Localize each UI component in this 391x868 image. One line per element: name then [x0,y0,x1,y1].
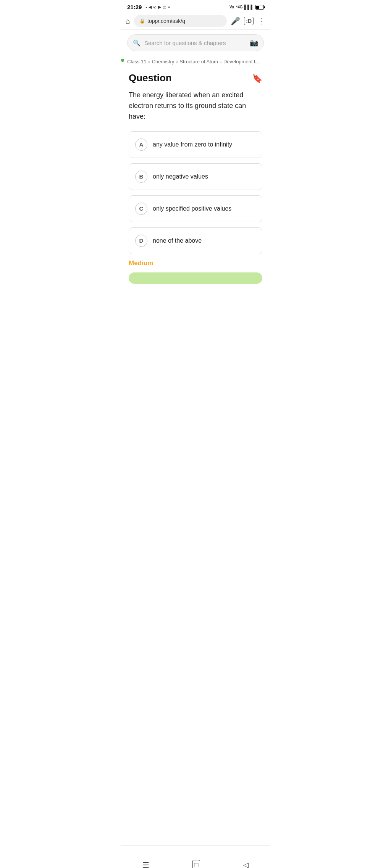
search-input[interactable]: Search for questions & chapters [144,40,246,46]
android-home[interactable]: □ [192,860,200,868]
breadcrumb-sep-3: » [220,60,222,64]
question-text: The energy liberated when an excited ele… [129,90,262,122]
microphone-icon[interactable]: 🎤 [231,16,240,26]
breadcrumb-sep-1: » [148,60,150,64]
breadcrumb-sep-2: » [176,60,178,64]
status-signal: ▌▌▌ [244,5,254,10]
status-sim-icon: ▪ [145,5,147,10]
display-mode-button[interactable]: :D [244,17,254,25]
breadcrumb-structure[interactable]: Structure of Atom [179,59,218,64]
option-c-label: C [135,203,147,215]
android-menu[interactable]: ☰ [142,860,149,868]
option-c-text: only specified positive values [153,205,231,212]
breadcrumb-development[interactable]: Development L... [223,59,261,64]
option-c[interactable]: C only specified positive values [129,195,262,222]
breadcrumb-chemistry[interactable]: Chemistry [152,59,174,64]
status-bar: 21:29 ▪ ◀ ⊘ ▶ ◎ ● Vo ⁺4G ▌▌▌ [121,0,270,13]
breadcrumb-class11[interactable]: Class 11 [127,59,147,64]
url-text: toppr.com/ask/q [147,18,185,24]
android-nav: ☰ □ ◁ [121,846,270,868]
option-a-text: any value from zero to infinity [153,141,232,148]
option-a[interactable]: A any value from zero to infinity [129,131,262,158]
status-media-icon: ⊘ [153,5,157,10]
camera-icon[interactable]: 📷 [250,39,258,47]
breadcrumb: Class 11 » Chemistry » Structure of Atom… [127,59,264,64]
status-time: 21:29 [127,4,142,10]
green-dot [121,59,124,62]
search-bar-container: 🔍 Search for questions & chapters 📷 [121,30,270,56]
status-4g: ⁺4G [236,5,242,9]
browser-menu-button[interactable]: ⋮ [257,16,265,26]
status-nav-icon: ◀ [149,5,152,10]
answer-button[interactable] [129,272,262,284]
question-header: Question 🔖 [129,72,262,84]
status-yt-icon: ▶ [158,5,161,10]
battery-icon [255,5,264,10]
option-b[interactable]: B only negative values [129,163,262,190]
breadcrumb-wrap: Class 11 » Chemistry » Structure of Atom… [121,56,270,68]
option-b-label: B [135,171,147,183]
lock-icon: 🔒 [139,18,145,24]
search-bar[interactable]: 🔍 Search for questions & chapters 📷 [127,34,264,51]
bookmark-icon[interactable]: 🔖 [252,74,262,84]
option-d-label: D [135,235,147,247]
url-bar[interactable]: 🔒 toppr.com/ask/q [134,15,227,27]
option-b-text: only negative values [153,173,208,180]
status-dot: ● [168,5,170,9]
android-back[interactable]: ◁ [243,861,249,868]
status-circle-icon: ◎ [163,5,166,10]
difficulty-badge: Medium [129,259,262,267]
home-button[interactable]: ⌂ [126,17,130,26]
option-d-text: none of the above [153,237,202,244]
option-a-label: A [135,138,147,151]
question-title: Question [129,72,172,84]
search-icon: 🔍 [133,39,141,47]
browser-bar: ⌂ 🔒 toppr.com/ask/q 🎤 :D ⋮ [121,13,270,30]
option-d[interactable]: D none of the above [129,227,262,254]
status-vo: Vo [229,5,234,9]
main-content: Question 🔖 The energy liberated when an … [121,68,270,291]
